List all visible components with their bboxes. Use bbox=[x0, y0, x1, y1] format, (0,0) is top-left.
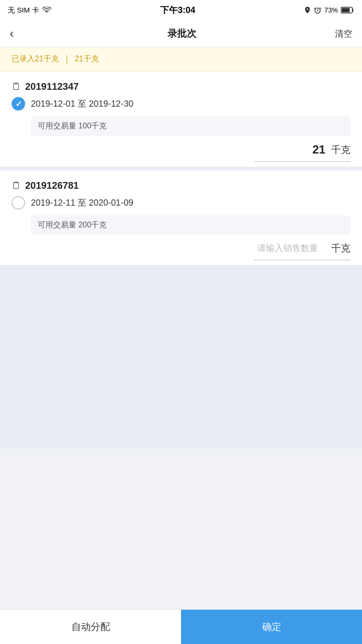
batch2-avail-box: 可用交易量 200千克 bbox=[31, 215, 350, 235]
status-left: 无 SIM 卡 bbox=[8, 6, 52, 15]
auto-distribute-button[interactable]: 自动分配 bbox=[0, 610, 181, 644]
batch2-id: 2019126781 bbox=[25, 180, 79, 191]
batch1-amount-unit: 千克 bbox=[331, 143, 350, 156]
batch1-amount-line bbox=[254, 161, 350, 162]
batch2-avail-text: 可用交易量 200千克 bbox=[38, 221, 107, 229]
status-time: 下午3:04 bbox=[160, 4, 195, 16]
page-title: 录批次 bbox=[167, 27, 196, 40]
batch1-avail-box: 可用交易量 100千克 bbox=[31, 116, 350, 136]
batch1-id: 2019112347 bbox=[25, 81, 79, 92]
batch2-qty-unit: 千克 bbox=[331, 242, 350, 255]
info-bar: 已录入21千克 21千克 bbox=[0, 47, 362, 71]
batch1-avail-text: 可用交易量 100千克 bbox=[38, 122, 107, 130]
batch1-check-icon: ✓ bbox=[15, 99, 22, 109]
batch1-doc-icon: 🗒 bbox=[12, 81, 21, 92]
info-divider bbox=[67, 55, 67, 64]
bottom-bar: 自动分配 确定 bbox=[0, 609, 362, 644]
location-icon bbox=[304, 6, 311, 14]
empty-area bbox=[0, 265, 362, 448]
status-right: 73% bbox=[304, 6, 354, 14]
batch1-date-row[interactable]: ✓ 2019-12-01 至 2019-12-30 bbox=[12, 97, 350, 111]
no-sim-text: 无 SIM 卡 bbox=[8, 6, 39, 15]
batch1-date: 2019-12-01 至 2019-12-30 bbox=[31, 98, 133, 110]
info-value: 21千克 bbox=[75, 54, 99, 64]
batch1-amount-row: 21 千克 bbox=[0, 136, 362, 161]
status-bar: 无 SIM 卡 下午3:04 73% bbox=[0, 0, 362, 20]
wifi-icon bbox=[42, 7, 52, 14]
battery-percent: 73% bbox=[324, 6, 338, 14]
clear-button[interactable]: 清空 bbox=[335, 28, 352, 40]
batch2-input-row: 千克 bbox=[0, 235, 362, 260]
svg-rect-3 bbox=[341, 8, 349, 13]
batch1-amount-section: 21 千克 bbox=[0, 136, 362, 167]
batch1-amount-value: 21 bbox=[312, 143, 325, 156]
svg-point-0 bbox=[306, 9, 308, 10]
batch2-qty-input[interactable] bbox=[181, 243, 325, 253]
batch2-radio[interactable] bbox=[12, 196, 25, 210]
confirm-button[interactable]: 确定 bbox=[181, 610, 362, 644]
battery-icon bbox=[341, 7, 354, 14]
bottom-spacer bbox=[0, 448, 362, 483]
batch-card-2: 🗒 2019126781 2019-12-11 至 2020-01-09 可用交… bbox=[0, 170, 362, 235]
batch-card-1: 🗒 2019112347 ✓ 2019-12-01 至 2019-12-30 可… bbox=[0, 71, 362, 136]
batch2-date: 2019-12-11 至 2020-01-09 bbox=[31, 197, 133, 209]
batch2-id-row: 🗒 2019126781 bbox=[12, 180, 350, 191]
back-button[interactable]: ‹ bbox=[10, 26, 29, 41]
batch2-doc-icon: 🗒 bbox=[12, 180, 21, 191]
nav-bar: ‹ 录批次 清空 bbox=[0, 20, 362, 47]
batch2-input-underline bbox=[254, 260, 350, 260]
batch2-input-section: 千克 bbox=[0, 235, 362, 265]
batch2-date-row[interactable]: 2019-12-11 至 2020-01-09 bbox=[12, 196, 350, 210]
recorded-label: 已录入21千克 bbox=[12, 54, 59, 64]
alarm-icon bbox=[314, 6, 321, 14]
batch1-radio[interactable]: ✓ bbox=[12, 97, 25, 111]
section-separator bbox=[0, 167, 362, 170]
batch1-id-row: 🗒 2019112347 bbox=[12, 81, 350, 92]
